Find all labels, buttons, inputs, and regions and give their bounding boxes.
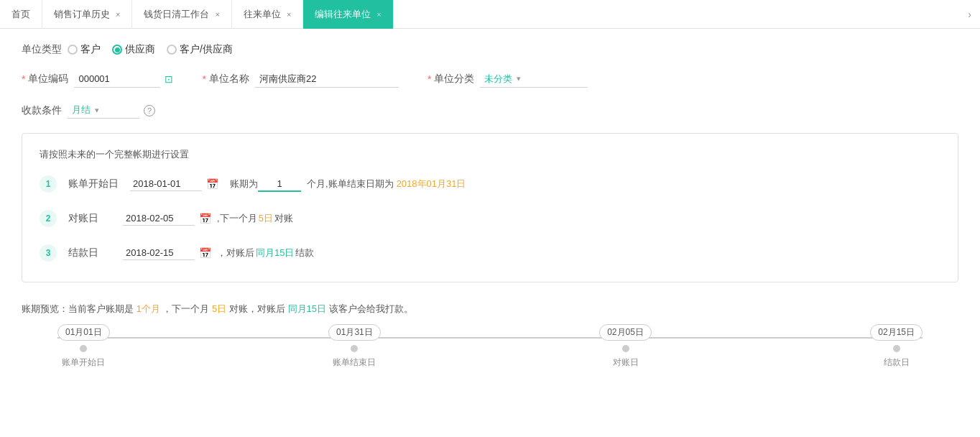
timeline-date-4: 02月15日: [870, 324, 923, 341]
payment-condition-dropdown[interactable]: 月结 ▾: [68, 102, 139, 119]
timeline-container: 01月01日 账单开始日 01月31日 账单结束日 02月05日 对账日: [22, 324, 958, 383]
calendar-icon-3[interactable]: 📅: [199, 247, 211, 259]
preview-reconcile-day: 5日: [212, 303, 226, 314]
preview-prefix: 账期预览：当前客户账期是: [22, 303, 134, 314]
step-3-date-input[interactable]: [123, 246, 195, 260]
unit-category-group: * 单位分类 未分类 ▾: [427, 71, 588, 88]
step-1-period-prefix: 账期为: [230, 178, 258, 190]
unit-type-radio-group: 客户 供应商 客户/供应商: [68, 43, 233, 56]
close-icon-sales[interactable]: ×: [116, 10, 120, 19]
unit-category-label: 单位分类: [434, 73, 474, 86]
unit-type-row: 单位类型 客户 供应商 客户/供应商: [22, 43, 958, 56]
tab-edit-counterparty[interactable]: 编辑往来单位 ×: [303, 0, 393, 29]
main-content: 单位类型 客户 供应商 客户/供应商 * 单位编码 ⊡ * 单位名称: [0, 29, 980, 437]
period-input[interactable]: [258, 177, 301, 192]
step-3-suffix-pre: ，对账后: [217, 247, 254, 259]
radio-circle-supplier: [112, 45, 122, 55]
step-3-label: 结款日: [68, 247, 111, 259]
timeline-label-1: 账单开始日: [62, 356, 105, 369]
timeline-point-2: 01月31日 账单结束日: [328, 324, 381, 369]
step-3-row: 3 结款日 📅 ，对账后 同月15日 结款: [40, 244, 940, 262]
chevron-down-icon: ▾: [517, 74, 521, 83]
section-title: 请按照未来的一个完整帐期进行设置: [40, 148, 940, 161]
required-star-name: *: [202, 73, 205, 85]
timeline-node-2: [351, 345, 358, 352]
required-star-category: *: [427, 73, 431, 85]
step-1-period-suffix: 个月,账单结束日期为: [307, 178, 394, 190]
radio-customer-supplier[interactable]: 客户/供应商: [167, 43, 233, 56]
step-2-label: 对账日: [68, 212, 111, 225]
radio-circle-customer: [68, 45, 78, 55]
unit-category-dropdown[interactable]: 未分类 ▾: [480, 71, 588, 88]
unit-name-group: * 单位名称: [202, 70, 398, 88]
step-3-day-highlight: 同月15日: [256, 247, 294, 259]
unit-code-label: 单位编码: [28, 73, 68, 86]
timeline-node-3: [622, 345, 629, 352]
timeline-date-3: 02月05日: [599, 324, 652, 341]
preview-period: 1个月: [137, 303, 160, 314]
payment-condition-row: 收款条件 月结 ▾ ?: [22, 102, 958, 119]
timeline-node-4: [893, 345, 900, 352]
calendar-icon-1[interactable]: 📅: [206, 178, 218, 190]
close-icon-counterparty[interactable]: ×: [287, 10, 291, 19]
step-3-suffix-post: 结款: [295, 247, 314, 259]
step-1-date-input[interactable]: [130, 177, 202, 191]
timeline-point-3: 02月05日 对账日: [599, 324, 652, 369]
step-1-end-date: 2018年01月31日: [397, 178, 466, 190]
timeline-label-2: 账单结束日: [333, 356, 376, 369]
timeline-date-2: 01月31日: [328, 324, 381, 341]
step-2-suffix-post: 对账: [274, 212, 293, 225]
unit-code-group: * 单位编码 ⊡: [22, 70, 173, 88]
radio-label-customer-supplier: 客户/供应商: [180, 43, 233, 56]
tab-cash-ledger[interactable]: 钱货日清工作台 ×: [132, 0, 231, 29]
unit-name-input[interactable]: [255, 70, 399, 88]
preview-mid1: ，下一个月: [162, 303, 209, 314]
radio-customer[interactable]: 客户: [68, 43, 101, 56]
tab-home[interactable]: 首页: [0, 0, 42, 29]
step-1-row: 1 账单开始日 📅 账期为 个月,账单结束日期为 2018年01月31日: [40, 175, 940, 193]
timeline-point-1: 01月01日 账单开始日: [57, 324, 110, 369]
payment-condition-label: 收款条件: [22, 104, 62, 117]
timeline-label-3: 对账日: [613, 356, 639, 369]
copy-icon[interactable]: ⊡: [165, 73, 173, 85]
close-icon-cash[interactable]: ×: [215, 10, 219, 19]
calendar-icon-2[interactable]: 📅: [199, 213, 211, 224]
close-icon-edit[interactable]: ×: [376, 10, 381, 19]
radio-circle-customer-supplier: [167, 45, 177, 55]
step-1-num: 1: [40, 175, 57, 193]
timeline-label-4: 结款日: [884, 356, 910, 369]
preview-mid2: 对账，对账后: [229, 303, 285, 314]
radio-label-customer: 客户: [80, 43, 101, 56]
radio-label-supplier: 供应商: [125, 43, 155, 56]
preview-row: 账期预览：当前客户账期是 1个月 ，下一个月 5日 对账，对账后 同月15日 该…: [22, 294, 958, 324]
timeline-node-1: [80, 345, 87, 352]
timeline-line: [57, 337, 923, 339]
step-1-label: 账单开始日: [68, 178, 119, 190]
timeline-date-1: 01月01日: [57, 324, 110, 341]
preview-payment-day: 同月15日: [288, 303, 326, 314]
tabs-scroll-right[interactable]: ›: [959, 9, 980, 20]
step-2-day-highlight: 5日: [259, 212, 273, 225]
tabs-bar: 首页 销售订单历史 × 钱货日清工作台 × 往来单位 × 编辑往来单位 × ›: [0, 0, 980, 29]
help-icon[interactable]: ?: [144, 105, 155, 116]
required-star-code: *: [22, 73, 25, 85]
preview-suffix: 该客户会给我打款。: [329, 303, 413, 314]
timeline-point-4: 02月15日 结款日: [870, 324, 923, 369]
tab-counterparty[interactable]: 往来单位 ×: [232, 0, 303, 29]
unit-category-value: 未分类: [484, 73, 512, 86]
payment-condition-value: 月结: [72, 104, 91, 116]
step-2-date-input[interactable]: [123, 211, 195, 226]
period-settings-section: 请按照未来的一个完整帐期进行设置 1 账单开始日 📅 账期为 个月,账单结束日期…: [22, 133, 958, 282]
chevron-down-icon-2: ▾: [95, 106, 99, 115]
unit-name-label: 单位名称: [209, 73, 249, 86]
step-2-row: 2 对账日 📅 ,下一个月 5日 对账: [40, 210, 940, 227]
step-2-num: 2: [40, 210, 57, 227]
unit-info-row: * 单位编码 ⊡ * 单位名称 * 单位分类 未分类 ▾: [22, 70, 958, 88]
radio-supplier[interactable]: 供应商: [112, 43, 155, 56]
tab-sales-history[interactable]: 销售订单历史 ×: [42, 0, 132, 29]
step-3-num: 3: [40, 244, 57, 262]
unit-code-input[interactable]: [74, 70, 160, 88]
step-2-suffix-pre: ,下一个月: [217, 212, 257, 225]
unit-type-label: 单位类型: [22, 43, 62, 56]
